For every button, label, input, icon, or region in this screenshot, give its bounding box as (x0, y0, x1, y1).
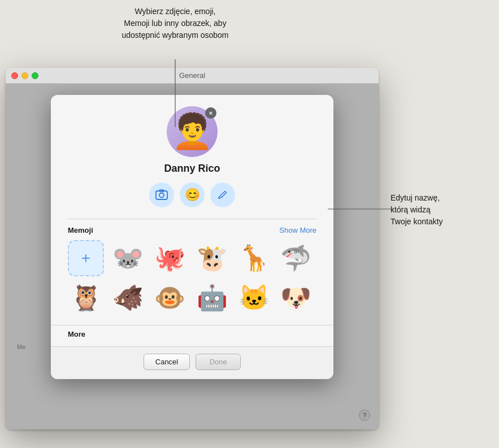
more-title: More (68, 330, 316, 338)
emoji-grid: + 🐭 🐙 🐮 🦒 🦈 🦉 🐗 🐵 🤖 🐱 (68, 240, 316, 316)
memoji-item[interactable]: 🐵 (152, 280, 188, 316)
right-annotation: Edytuj nazwę, którą widzą Twoje kontakty (390, 192, 492, 228)
minimize-traffic-light[interactable] (21, 72, 28, 79)
titlebar: General (6, 68, 379, 84)
memoji-section-header: Memoji Show More (68, 226, 316, 234)
window-body: Me ? 🧑‍🦱 × Danny Rico (6, 84, 379, 429)
user-name: Danny Rico (164, 163, 220, 175)
traffic-lights (11, 72, 38, 79)
memoji-item[interactable]: 🐭 (110, 240, 146, 276)
photo-button[interactable] (149, 182, 174, 207)
svg-point-3 (159, 193, 164, 198)
avatar-close-button[interactable]: × (205, 107, 216, 119)
profile-dialog: 🧑‍🦱 × Danny Rico (51, 95, 333, 379)
close-traffic-light[interactable] (11, 72, 18, 79)
dialog-footer: Cancel Done (51, 346, 333, 379)
action-buttons: 😊 (149, 182, 235, 207)
window-title: General (179, 71, 205, 80)
done-button[interactable]: Done (196, 354, 241, 370)
memoji-item[interactable]: 🐶 (278, 280, 314, 316)
memoji-item[interactable]: 🦒 (236, 240, 272, 276)
more-section: More (51, 325, 333, 346)
memoji-section: Memoji Show More + 🐭 🐙 🐮 🦒 (51, 219, 333, 325)
memoji-item[interactable]: 🐮 (194, 240, 230, 276)
maximize-traffic-light[interactable] (32, 72, 38, 79)
top-annotation: Wybierz zdjęcie, emoji, Memoji lub inny … (110, 6, 240, 41)
show-more-link[interactable]: Show More (279, 226, 316, 234)
memoji-item[interactable]: 🤖 (194, 280, 230, 316)
add-memoji-button[interactable]: + (68, 240, 104, 276)
memoji-item[interactable]: 🦉 (68, 280, 104, 316)
memoji-item[interactable]: 🐱 (236, 280, 272, 316)
dialog-overlay: 🧑‍🦱 × Danny Rico (6, 84, 379, 429)
divider (68, 219, 316, 219)
emoji-button[interactable]: 😊 (180, 182, 205, 207)
window: General Me ? 🧑‍🦱 × (6, 68, 379, 429)
memoji-item[interactable]: 🐗 (110, 280, 146, 316)
cancel-button[interactable]: Cancel (144, 354, 190, 370)
svg-rect-2 (156, 191, 167, 199)
dialog-content: 🧑‍🦱 × Danny Rico (51, 95, 333, 219)
memoji-title: Memoji (68, 226, 93, 234)
avatar-container: 🧑‍🦱 × (167, 106, 218, 157)
edit-name-button[interactable] (210, 182, 235, 207)
memoji-item[interactable]: 🦈 (278, 240, 314, 276)
memoji-item[interactable]: 🐙 (152, 240, 188, 276)
